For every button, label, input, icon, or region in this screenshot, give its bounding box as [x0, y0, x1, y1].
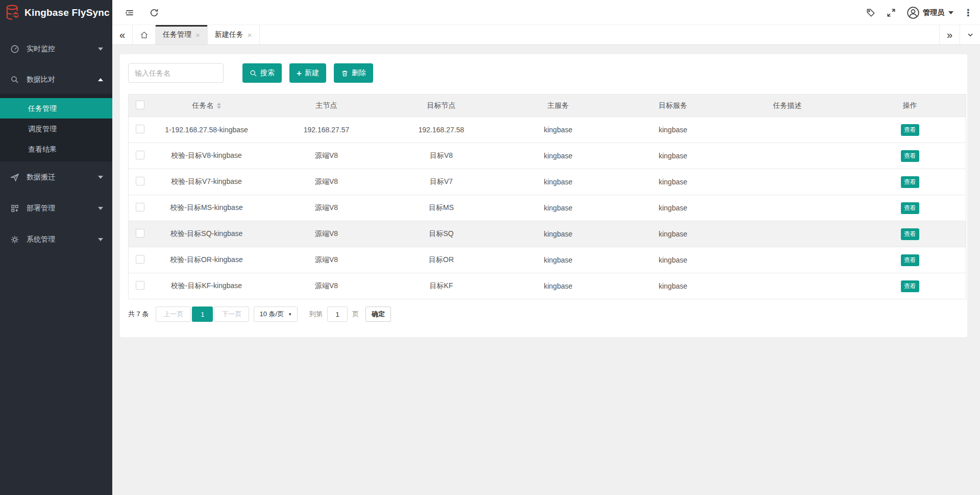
- chevron-down-icon: [98, 207, 103, 210]
- fullscreen-icon[interactable]: [886, 8, 896, 18]
- view-button[interactable]: 查看: [901, 124, 919, 136]
- page-unit-label: 页: [352, 310, 359, 319]
- cell-task-name: 校验-目标OR-kingbase: [152, 247, 261, 273]
- sidebar-item-deploy-management[interactable]: 部署管理: [0, 196, 112, 221]
- cell-target-node: 目标V7: [392, 169, 491, 195]
- column-header-master-node: 主节点: [261, 95, 392, 117]
- tabbar-spacer: [260, 25, 939, 44]
- search-button[interactable]: 搜索: [242, 63, 282, 83]
- task-name-search-input[interactable]: [128, 63, 224, 83]
- cell-target-service: kingbase: [626, 169, 721, 195]
- sidebar-item-data-migration[interactable]: 数据搬迁: [0, 164, 112, 190]
- cell-target-node: 目标OR: [392, 247, 491, 273]
- scroll-tabs-left-button[interactable]: «: [112, 25, 133, 44]
- tag-icon[interactable]: [866, 8, 876, 18]
- sidebar-item-system-management[interactable]: 系统管理: [0, 227, 112, 252]
- column-header-task-name[interactable]: 任务名: [152, 95, 261, 117]
- kebab-menu-icon[interactable]: ⋮: [964, 8, 973, 17]
- cell-master-service: kingbase: [491, 247, 626, 273]
- table-row: 校验-目标KF-kingbase 源端V8 目标KF kingbase king…: [129, 273, 966, 299]
- row-checkbox[interactable]: [136, 203, 144, 211]
- avatar-icon: [906, 6, 920, 19]
- cell-target-service: kingbase: [626, 273, 721, 299]
- tab-new-task[interactable]: 新建任务 ×: [208, 25, 260, 44]
- cell-master-node: 192.168.27.57: [261, 117, 392, 143]
- row-checkbox[interactable]: [136, 281, 144, 290]
- goto-page-input[interactable]: [327, 307, 348, 322]
- tab-task-management[interactable]: 任务管理 ×: [156, 25, 208, 44]
- table-row: 1-192.168.27.58-kingbase 192.168.27.57 1…: [129, 117, 966, 143]
- gauge-icon: [10, 44, 19, 54]
- user-menu[interactable]: 管理员: [906, 6, 953, 19]
- goto-page-label: 到第: [309, 310, 323, 319]
- plus-icon: +: [297, 69, 302, 78]
- sidebar-menu: 实时监控 数据比对 任务管理 调度管理 查看结果 数据搬迁: [0, 25, 112, 252]
- sidebar-item-task-management[interactable]: 任务管理: [0, 98, 112, 119]
- select-all-checkbox[interactable]: [136, 101, 144, 109]
- close-icon[interactable]: ×: [248, 31, 252, 39]
- app-logo: Kingbase FlySync: [0, 0, 112, 25]
- next-page-button[interactable]: 下一页: [214, 307, 249, 322]
- search-button-label: 搜索: [260, 68, 275, 78]
- view-button[interactable]: 查看: [901, 280, 919, 292]
- blocks-icon: [10, 204, 19, 213]
- row-checkbox[interactable]: [136, 255, 144, 264]
- page-size-select[interactable]: 10 条/页 ▼: [254, 307, 298, 322]
- cell-master-service: kingbase: [491, 195, 626, 221]
- sort-icon[interactable]: [217, 103, 221, 109]
- delete-button[interactable]: 删除: [334, 63, 373, 83]
- chevron-up-icon: [98, 78, 103, 81]
- tabs-dropdown-button[interactable]: [960, 25, 980, 44]
- trash-icon: [341, 69, 349, 77]
- search-icon: [250, 69, 257, 77]
- table-row: 校验-目标V8-kingbase 源端V8 目标V8 kingbase king…: [129, 143, 966, 169]
- cell-master-node: 源端V8: [261, 221, 392, 247]
- cell-description: [721, 169, 854, 195]
- view-button[interactable]: 查看: [901, 150, 919, 162]
- top-header: 管理员 ⋮: [112, 0, 980, 25]
- row-checkbox[interactable]: [136, 125, 144, 133]
- view-button[interactable]: 查看: [901, 176, 919, 188]
- current-page-button[interactable]: 1: [192, 307, 213, 322]
- cell-description: [721, 117, 854, 143]
- row-checkbox[interactable]: [136, 229, 144, 238]
- column-header-target-node: 目标节点: [392, 95, 491, 117]
- send-icon: [10, 173, 19, 182]
- table-row: 校验-目标V7-kingbase 源端V8 目标V7 kingbase king…: [129, 169, 966, 195]
- cell-task-name: 校验-目标MS-kingbase: [152, 195, 261, 221]
- refresh-icon[interactable]: [149, 8, 159, 18]
- sidebar-item-view-results[interactable]: 查看结果: [0, 139, 112, 159]
- home-tab[interactable]: [133, 25, 156, 44]
- chevron-down-icon: [98, 238, 103, 241]
- table-row: 校验-目标MS-kingbase 源端V8 目标MS kingbase king…: [129, 195, 966, 221]
- create-button-label: 新建: [305, 68, 319, 78]
- prev-page-button[interactable]: 上一页: [156, 307, 191, 322]
- view-button[interactable]: 查看: [901, 254, 919, 266]
- goto-confirm-button[interactable]: 确定: [365, 307, 391, 322]
- cell-master-node: 源端V8: [261, 169, 392, 195]
- unfold-menu-icon[interactable]: [125, 8, 135, 18]
- create-button[interactable]: + 新建: [289, 63, 326, 83]
- cell-target-service: kingbase: [626, 195, 721, 221]
- sidebar-item-data-compare[interactable]: 数据比对: [0, 67, 112, 92]
- cell-master-service: kingbase: [491, 143, 626, 169]
- row-checkbox[interactable]: [136, 177, 144, 185]
- close-icon[interactable]: ×: [195, 31, 200, 39]
- column-header-target-service: 目标服务: [626, 95, 721, 117]
- row-checkbox[interactable]: [136, 151, 144, 159]
- column-label: 任务名: [192, 101, 214, 109]
- cell-master-service: kingbase: [491, 221, 626, 247]
- pagination: 共 7 条 上一页 1 下一页 10 条/页 ▼ 到第 页 确定: [128, 307, 966, 322]
- database-sync-logo-icon: [5, 5, 20, 21]
- view-button[interactable]: 查看: [901, 202, 919, 214]
- cell-description: [721, 221, 854, 247]
- chevron-down-icon: [98, 176, 103, 179]
- scroll-tabs-right-button[interactable]: »: [939, 25, 960, 44]
- cell-task-name: 校验-目标V8-kingbase: [152, 143, 261, 169]
- sidebar-item-realtime-monitor[interactable]: 实时监控: [0, 36, 112, 62]
- view-button[interactable]: 查看: [901, 228, 919, 240]
- sidebar-item-schedule-management[interactable]: 调度管理: [0, 119, 112, 139]
- cell-target-service: kingbase: [626, 117, 721, 143]
- cell-master-service: kingbase: [491, 169, 626, 195]
- cell-description: [721, 247, 854, 273]
